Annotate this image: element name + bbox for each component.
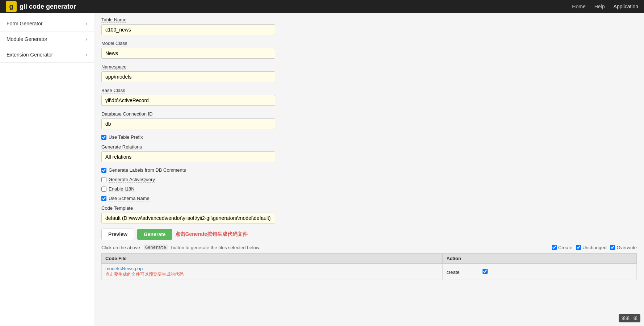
generate-labels-group: Generate Labels from DB Comments (101, 167, 637, 173)
generate-activequery-group: Generate ActiveQuery (101, 177, 637, 183)
generate-labels-label[interactable]: Generate Labels from DB Comments (109, 167, 186, 173)
sidebar-item-form-generator-label: Form Generator (7, 21, 43, 26)
col-action: Action (443, 254, 637, 264)
code-template-label: Code Template (101, 205, 133, 211)
use-table-prefix-group: Use Table Prefix (101, 134, 637, 140)
sidebar-item-extension-generator[interactable]: Extension Generator › (0, 47, 94, 63)
nav-help[interactable]: Help (594, 4, 605, 9)
sidebar-item-module-generator[interactable]: Module Generator › (0, 32, 94, 47)
model-class-label: Model Class (101, 41, 127, 46)
legend-overwrite-checkbox[interactable] (610, 245, 615, 250)
legend: Create Unchanged Overwrite (552, 245, 637, 250)
col-code-file: Code File (102, 254, 443, 264)
file-hint: 点击要生成的文件可以预览要生成的代码 (105, 272, 184, 277)
base-class-group: Base Class (101, 87, 637, 106)
result-table: Code File Action models\News.php 点击要生成的文… (101, 253, 637, 280)
generate-relations-label: Generate Relations (101, 144, 142, 150)
chevron-right-icon: › (85, 20, 87, 27)
enable-i18n-group: Enable I18N (101, 186, 637, 192)
generate-instruction-suffix: button to generate the files selected be… (171, 245, 261, 250)
generate-code-word: Generate (144, 244, 168, 250)
table-name-label: Table Name (101, 17, 126, 23)
sidebar-item-form-generator[interactable]: Form Generator › (0, 16, 94, 32)
db-connection-group: Database Connection ID (101, 111, 637, 129)
legend-overwrite-label: Overwrite (616, 245, 637, 250)
generate-activequery-label[interactable]: Generate ActiveQuery (109, 177, 155, 183)
legend-create-label: Create (558, 245, 572, 250)
code-template-input[interactable] (101, 213, 275, 223)
action-buttons: Preview Generate 点击Generate按钮生成代码文件 (101, 229, 637, 240)
base-class-input[interactable] (101, 95, 275, 106)
namespace-input[interactable] (101, 71, 275, 82)
generate-relations-input[interactable] (101, 151, 275, 162)
use-schema-name-checkbox[interactable] (101, 196, 106, 201)
legend-unchanged-checkbox[interactable] (576, 245, 581, 250)
file-link[interactable]: models\News.php (105, 266, 143, 271)
namespace-group: Namespace (101, 64, 637, 82)
legend-unchanged-label: Unchanged (582, 245, 607, 250)
base-class-label: Base Class (101, 88, 125, 93)
use-schema-name-group: Use Schema Name (101, 196, 637, 201)
nav-application[interactable]: Application (614, 4, 639, 9)
namespace-label: Namespace (101, 64, 126, 70)
use-table-prefix-checkbox[interactable] (101, 135, 106, 140)
generate-labels-checkbox[interactable] (101, 168, 106, 173)
generate-activequery-checkbox[interactable] (101, 177, 106, 182)
action-cell: create (443, 264, 637, 280)
chevron-right-icon: › (85, 36, 87, 42)
legend-overwrite: Overwrite (610, 245, 637, 250)
brand-text: gii code generator (20, 3, 76, 11)
db-connection-input[interactable] (101, 118, 275, 129)
navbar: g gii code generator Home Help Applicati… (0, 0, 644, 13)
nav-home[interactable]: Home (572, 4, 585, 9)
db-connection-label: Database Connection ID (101, 111, 153, 117)
legend-create-checkbox[interactable] (552, 245, 557, 250)
generate-instruction-prefix: Click on the above (101, 245, 140, 250)
sidebar-item-extension-generator-label: Extension Generator (7, 52, 53, 58)
model-class-group: Model Class (101, 40, 637, 59)
navbar-links: Home Help Application (572, 4, 638, 9)
table-row: models\News.php 点击要生成的文件可以预览要生成的代码 creat… (102, 264, 637, 280)
file-cell: models\News.php 点击要生成的文件可以预览要生成的代码 (102, 264, 443, 280)
legend-unchanged: Unchanged (576, 245, 607, 250)
use-table-prefix-label[interactable]: Use Table Prefix (109, 134, 143, 140)
logo-icon: g (6, 1, 17, 12)
sidebar: Form Generator › Module Generator › Exte… (0, 13, 94, 326)
generate-hint: 点击Generate按钮生成代码文件 (175, 231, 248, 238)
chevron-right-icon: › (85, 51, 87, 58)
page-layout: Form Generator › Module Generator › Exte… (0, 13, 644, 326)
float-badge: 派派一派 (619, 314, 640, 322)
model-class-input[interactable] (101, 48, 275, 59)
enable-i18n-label[interactable]: Enable I18N (109, 186, 135, 192)
brand-logo[interactable]: g gii code generator (6, 1, 76, 12)
sidebar-item-module-generator-label: Module Generator (7, 36, 47, 42)
main-content: Table Name Model Class Namespace Base Cl… (94, 13, 644, 326)
generate-button[interactable]: Generate (137, 229, 172, 240)
table-name-input[interactable] (101, 24, 275, 35)
legend-create: Create (552, 245, 572, 250)
preview-button[interactable]: Preview (101, 229, 134, 240)
code-template-group: Code Template (101, 205, 637, 223)
action-text: create (446, 269, 459, 275)
use-schema-name-label[interactable]: Use Schema Name (109, 196, 150, 201)
generate-relations-group: Generate Relations (101, 144, 637, 162)
action-checkbox[interactable] (483, 269, 488, 274)
generate-info-row: Click on the above Generate button to ge… (101, 244, 637, 250)
enable-i18n-checkbox[interactable] (101, 187, 106, 192)
table-name-group: Table Name (101, 17, 637, 35)
